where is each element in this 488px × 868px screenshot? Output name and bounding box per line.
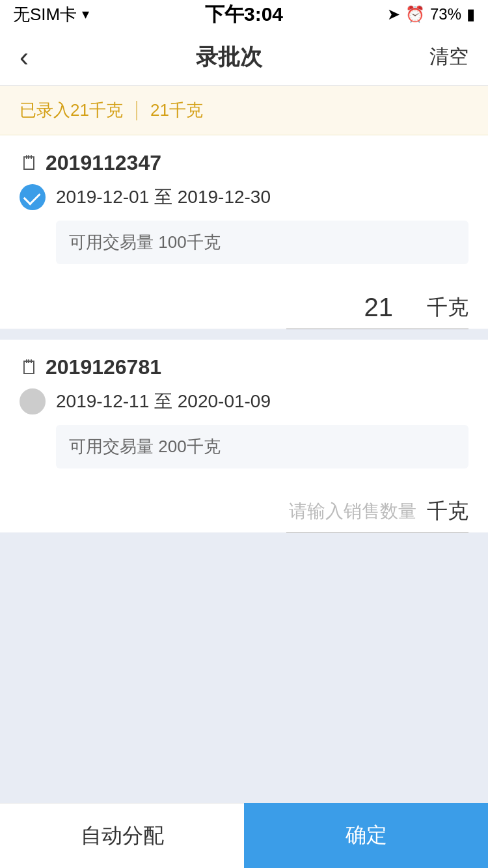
batch-number-1: 2019112347 bbox=[46, 151, 161, 175]
confirm-button[interactable]: 确定 bbox=[244, 803, 488, 868]
batch-input-row-2: 请输入销售数量 千克 bbox=[0, 484, 488, 532]
quantity-unit-2: 千克 bbox=[427, 497, 468, 526]
empty-area bbox=[0, 533, 488, 832]
batch-avail-1: 可用交易量 100千克 bbox=[56, 221, 468, 264]
wifi-icon: ▾ bbox=[82, 6, 89, 23]
batch-card-1: 🗒 2019112347 2019-12-01 至 2019-12-30 可用交… bbox=[0, 135, 488, 280]
batch-card-2: 🗒 2019126781 2019-12-11 至 2020-01-09 可用交… bbox=[0, 340, 488, 484]
batch-avail-2: 可用交易量 200千克 bbox=[56, 425, 468, 468]
location-icon: ➤ bbox=[387, 5, 400, 23]
info-amount: 21千克 bbox=[150, 99, 203, 122]
quantity-unit-1: 千克 bbox=[427, 293, 468, 322]
battery-icon: ▮ bbox=[467, 5, 475, 23]
status-time: 下午3:04 bbox=[205, 1, 283, 28]
quantity-row-1: 21 千克 bbox=[0, 280, 488, 329]
info-divider bbox=[136, 101, 137, 120]
batch-number-2: 2019126781 bbox=[46, 355, 161, 379]
radio-1[interactable] bbox=[20, 184, 46, 210]
batch-header-2: 🗒 2019126781 bbox=[20, 355, 468, 379]
batch-header-1: 🗒 2019112347 bbox=[20, 151, 468, 175]
bottom-bar: 自动分配 确定 bbox=[0, 803, 488, 868]
status-right: ➤ ⏰ 73% ▮ bbox=[387, 5, 475, 23]
batch-date-2: 2019-12-11 至 2020-01-09 bbox=[56, 389, 271, 414]
clear-button[interactable]: 清空 bbox=[429, 44, 468, 70]
auto-distribute-button[interactable]: 自动分配 bbox=[0, 803, 244, 868]
info-banner: 已录入21千克 21千克 bbox=[0, 86, 488, 135]
status-carrier: 无SIM卡 ▾ bbox=[13, 3, 89, 26]
section-separator bbox=[0, 329, 488, 340]
quantity-value-1[interactable]: 21 bbox=[364, 293, 394, 322]
batch-date-1: 2019-12-01 至 2019-12-30 bbox=[56, 185, 271, 210]
radio-2[interactable] bbox=[20, 388, 46, 414]
status-bar: 无SIM卡 ▾ 下午3:04 ➤ ⏰ 73% ▮ bbox=[0, 0, 488, 29]
battery-text: 73% bbox=[430, 5, 461, 23]
carrier-text: 无SIM卡 bbox=[13, 3, 77, 26]
page-title: 录批次 bbox=[196, 42, 262, 72]
batch-date-row-2[interactable]: 2019-12-11 至 2020-01-09 bbox=[20, 388, 468, 414]
doc-icon-2: 🗒 bbox=[20, 357, 39, 379]
quantity-placeholder-2[interactable]: 请输入销售数量 bbox=[289, 499, 416, 524]
batch-date-row-1[interactable]: 2019-12-01 至 2019-12-30 bbox=[20, 184, 468, 210]
nav-bar: ‹ 录批次 清空 bbox=[0, 29, 488, 86]
back-button[interactable]: ‹ bbox=[20, 42, 29, 73]
doc-icon-1: 🗒 bbox=[20, 152, 39, 174]
alarm-icon: ⏰ bbox=[405, 5, 425, 23]
recorded-label: 已录入21千克 bbox=[20, 99, 123, 122]
